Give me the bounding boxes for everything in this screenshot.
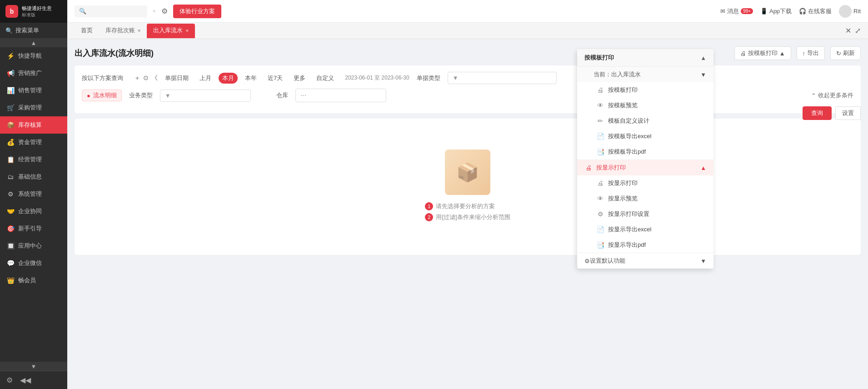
export-button[interactable]: ↑ 导出 <box>797 46 825 60</box>
date-tab-this-year[interactable]: 本年 <box>241 73 260 84</box>
add-filter-button[interactable]: ＋ <box>134 74 140 82</box>
sidebar-item-apps[interactable]: 🔲 应用中心 <box>0 237 67 254</box>
dropdown-collapse-icon[interactable]: ▲ <box>700 55 706 61</box>
sidebar-nav: ⚡ 快捷导航 📢 营销推广 📊 销售管理 🛒 采购管理 📦 库存核算 💰 资金管… <box>0 47 67 362</box>
basic-icon: 🗂 <box>6 173 15 180</box>
dropdown-item-display-settings[interactable]: ⚙ 按显示打印设置 <box>577 206 713 222</box>
footer-arrow: ▼ <box>700 258 706 264</box>
filter-row-top: 按以下方案查询 ＋ ⊙ 《 单据日期 上月 本月 本年 近7天 更多 自定义 2… <box>82 72 853 84</box>
filter-tag-stream[interactable]: ● 流水明细 <box>82 90 122 101</box>
tab-inventory-batch-close[interactable]: × <box>138 28 140 33</box>
sidebar-item-inventory[interactable]: 📦 库存核算 <box>0 116 67 134</box>
tab-home[interactable]: 首页 <box>75 24 99 38</box>
topbar-search-box[interactable]: 🔍 <box>75 5 147 17</box>
purchase-icon: 🛒 <box>6 104 15 111</box>
sidebar-scroll-up[interactable]: ▲ <box>0 38 67 47</box>
dropdown-item-display-excel[interactable]: 📄 按显示导出excel <box>577 222 713 237</box>
dropdown-current-item[interactable]: 当前：出入库流水 ▼ <box>577 67 713 82</box>
topbar-gear-icon[interactable]: ⚙ <box>161 7 168 15</box>
dropdown-item-display-print[interactable]: 🖨 按显示打印 <box>577 175 713 191</box>
sidebar-item-basic[interactable]: 🗂 基础信息 <box>0 168 67 185</box>
sidebar-item-purchase[interactable]: 🛒 采购管理 <box>0 99 67 116</box>
inventory-icon: 📦 <box>6 121 15 129</box>
guide-icon: 🎯 <box>6 225 15 232</box>
tip-text-2: 用[过滤]条件来缩小分析范围 <box>436 213 510 221</box>
sidebar-item-wechat[interactable]: 💬 企业微信 <box>0 254 67 272</box>
template-pdf-label: 按模板导出pdf <box>608 148 646 156</box>
query-button[interactable]: 查询 <box>803 106 832 120</box>
display-settings-icon: ⚙ <box>596 210 604 218</box>
sidebar-collapse-icon[interactable]: ◀◀ <box>20 376 31 384</box>
settings-button[interactable]: 设置 <box>835 106 861 120</box>
dropdown-item-template-excel[interactable]: 📄 按模板导出excel <box>577 129 713 144</box>
template-design-label: 模板自定义设计 <box>608 117 649 125</box>
filter-collapse-icon[interactable]: 《 <box>151 74 158 82</box>
dropdown-item-display-pdf[interactable]: 📑 按显示导出pdf <box>577 237 713 253</box>
date-tab-last-month[interactable]: 上月 <box>196 73 215 84</box>
sidebar-settings-icon[interactable]: ⚙ <box>6 376 13 384</box>
app-download-label: App下载 <box>769 7 792 15</box>
tab-stock-flow[interactable]: 出入库流水 × <box>147 24 195 38</box>
refresh-button[interactable]: ↻ 刷新 <box>830 46 861 60</box>
dropdown-display-title-item[interactable]: 🖨 按显示打印 ▲ <box>577 160 713 175</box>
close-window-icon[interactable]: ✕ <box>845 26 851 35</box>
doc-type-select[interactable]: ▼ <box>448 72 557 84</box>
sidebar-item-quick-nav[interactable]: ⚡ 快捷导航 <box>0 47 67 65</box>
collapse-label: 收起更多条件 <box>818 91 853 100</box>
sidebar-item-marketing[interactable]: 📢 营销推广 <box>0 65 67 82</box>
print-template-label: 按模板打印 <box>748 49 778 57</box>
enterprise-icon: 🤝 <box>6 208 15 215</box>
dropdown-footer-item[interactable]: ⚙ 设置默认功能 ▼ <box>577 253 713 269</box>
collapse-button[interactable]: ⌃ 收起更多条件 <box>811 91 853 100</box>
sidebar-item-enterprise[interactable]: 🤝 企业协同 <box>0 203 67 220</box>
sidebar-item-operations[interactable]: 📋 经营管理 <box>0 151 67 168</box>
main-content: 🔍 ▾ ⚙ 体验行业方案 ✉ 消息 99+ 📱 App下载 🎧 在线客服 Rit <box>67 0 868 389</box>
sidebar-search[interactable]: 🔍 搜索菜单 <box>0 23 67 38</box>
empty-tip-1: 1 请先选择要分析的方案 <box>425 202 510 210</box>
sidebar-scroll-down[interactable]: ▼ <box>0 362 67 371</box>
tab-inventory-batch[interactable]: 库存批次账 × <box>99 24 147 38</box>
maximize-window-icon[interactable]: ⤢ <box>855 26 861 35</box>
sidebar: b 畅捷通好生意 标准版 🔍 搜索菜单 ▲ ⚡ 快捷导航 📢 营销推广 📊 销售… <box>0 0 67 389</box>
dropdown-title: 按模板打印 <box>584 54 614 62</box>
sidebar-item-guide[interactable]: 🎯 新手引导 <box>0 220 67 237</box>
industry-solution-button[interactable]: 体验行业方案 <box>173 5 221 18</box>
filter-settings-icon[interactable]: ⊙ <box>143 74 149 82</box>
display-settings-label: 按显示打印设置 <box>608 210 649 218</box>
app-edition: 标准版 <box>22 12 52 18</box>
sidebar-item-member[interactable]: 👑 畅会员 <box>0 272 67 289</box>
dropdown-item-template-design[interactable]: ✏ 模板自定义设计 <box>577 113 713 129</box>
print-template-button[interactable]: 🖨 按模板打印 ▲ <box>734 46 791 60</box>
dropdown-item-template-pdf[interactable]: 📑 按模板导出pdf <box>577 144 713 160</box>
operations-icon: 📋 <box>6 156 15 163</box>
dropdown-item-template-preview[interactable]: 👁 按模板预览 <box>577 98 713 113</box>
date-tab-7days[interactable]: 近7天 <box>264 73 286 84</box>
tab-stock-flow-close[interactable]: × <box>185 28 188 33</box>
message-icon: ✉ <box>720 8 725 15</box>
quick-nav-icon: ⚡ <box>6 52 15 60</box>
app-download-button[interactable]: 📱 App下载 <box>760 7 792 15</box>
topbar-search-icon: 🔍 <box>79 8 86 15</box>
username: Rit <box>853 8 861 15</box>
date-tab-more[interactable]: 更多 <box>290 73 309 84</box>
topbar-divider: ▾ <box>153 8 156 15</box>
business-type-select[interactable]: ▼ <box>160 90 251 102</box>
business-type-label: 业务类型 <box>129 91 153 100</box>
sidebar-item-finance[interactable]: 💰 资金管理 <box>0 134 67 151</box>
message-button[interactable]: ✉ 消息 99+ <box>720 7 753 15</box>
warehouse-select[interactable]: ··· <box>295 89 386 102</box>
dropdown-item-template-print[interactable]: 🖨 按模板打印 <box>577 82 713 98</box>
dropdown-item-display-preview[interactable]: 👁 按显示预览 <box>577 191 713 206</box>
empty-illustration: 📦 <box>445 150 490 195</box>
sidebar-item-system[interactable]: ⚙ 系统管理 <box>0 185 67 203</box>
online-service-button[interactable]: 🎧 在线客服 <box>799 7 832 15</box>
filter-tag-icon: ● <box>87 92 90 99</box>
date-tab-this-month[interactable]: 本月 <box>219 73 238 84</box>
user-avatar-button[interactable]: Rit <box>839 5 861 18</box>
finance-icon: 💰 <box>6 139 15 146</box>
search-icon: 🔍 <box>5 27 13 34</box>
date-tab-custom[interactable]: 自定义 <box>313 73 338 84</box>
dropdown-header: 按模板打印 ▲ <box>577 49 713 67</box>
message-label: 消息 <box>727 7 739 15</box>
sidebar-item-sales[interactable]: 📊 销售管理 <box>0 82 67 99</box>
